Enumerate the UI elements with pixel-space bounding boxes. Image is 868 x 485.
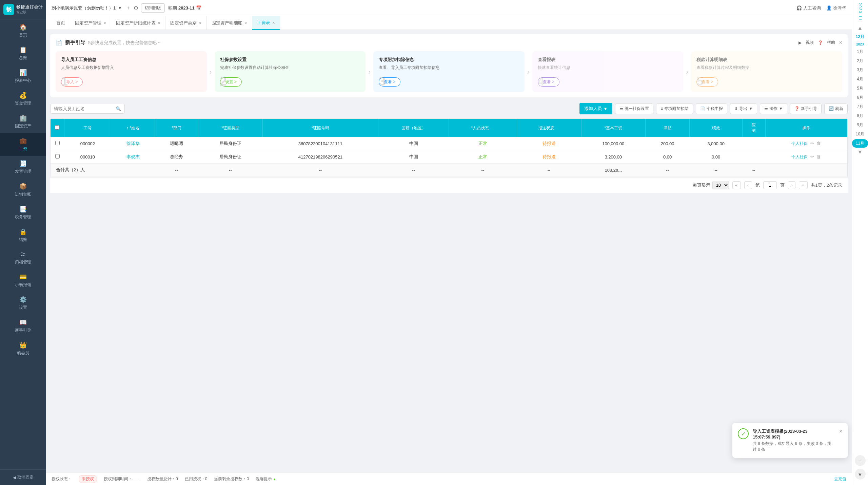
tab-close-icon[interactable]: × xyxy=(272,20,275,25)
guide-video-link[interactable]: 视频 xyxy=(806,40,814,45)
summary-row: 合计共（2）人 -- -- -- -- -- -- 103,20... -- -… xyxy=(51,164,847,177)
sidebar-item-home[interactable]: 🏠 首页 xyxy=(0,19,46,42)
calendar-month[interactable]: 9月 xyxy=(852,121,868,129)
add-person-btn[interactable]: 添加人员 ▼ xyxy=(579,103,612,114)
last-page-btn[interactable]: » xyxy=(799,181,807,189)
sidebar-item-closing[interactable]: 🔒 结账 xyxy=(0,224,46,247)
guide-help-link[interactable]: 帮助 xyxy=(827,40,835,45)
sidebar-item-purchase-sales[interactable]: 📦 进销台账 xyxy=(0,179,46,201)
social-ins-btn[interactable]: ☰ 统一社保设置 xyxy=(615,104,653,114)
row-checkbox[interactable] xyxy=(55,154,60,158)
guide-doc-icon: 📄 xyxy=(56,39,62,46)
user-info[interactable]: 👤 徐泽华 xyxy=(826,5,846,11)
tab-salary[interactable]: 工资表 × xyxy=(252,16,280,30)
guide-refresh-btn[interactable]: ❓ 新手引导 xyxy=(790,104,822,114)
sidebar-item-archive[interactable]: 🗂 归档管理 xyxy=(0,247,46,269)
calendar-month[interactable]: 8月 xyxy=(852,112,868,120)
period-selector[interactable]: 账期 2023-11 📅 xyxy=(168,5,201,11)
sidebar-item-label: 畅会员 xyxy=(17,350,29,356)
sidebar-item-invoice[interactable]: 🧾 发票管理 xyxy=(0,156,46,179)
sidebar-item-settings[interactable]: ⚙️ 设置 xyxy=(0,292,46,315)
ops-btn[interactable]: ☰ 操作 ▼ xyxy=(760,104,787,114)
calendar-month[interactable]: 7月 xyxy=(852,102,868,111)
tab-asset-detail[interactable]: 固定资产明细账 × xyxy=(207,16,252,30)
social-ins-icon: ☰ xyxy=(619,106,623,111)
calendar-month[interactable]: 1月 xyxy=(852,48,868,56)
export-btn[interactable]: ⬇ 导出 ▼ xyxy=(730,104,757,114)
delete-icon[interactable]: 🗑 xyxy=(816,141,821,146)
sidebar-item-expense[interactable]: 💳 小畅报销 xyxy=(0,269,46,292)
charge-link[interactable]: 去充值 xyxy=(834,476,846,482)
td-base-salary: 3,200.00 xyxy=(581,150,645,164)
td-country: 中国 xyxy=(378,150,449,164)
tab-home[interactable]: 首页 xyxy=(52,16,70,30)
select-all-checkbox[interactable] xyxy=(55,125,59,130)
edit-icon[interactable]: ✏ xyxy=(810,141,814,146)
calendar-month[interactable]: 4月 xyxy=(852,75,868,83)
employee-name-link[interactable]: 李俊杰 xyxy=(126,154,140,159)
next-page-btn[interactable]: › xyxy=(788,181,795,189)
sidebar-item-reports[interactable]: 📊 报表中心 xyxy=(0,65,46,88)
expire-label: 授权到期时间：—— xyxy=(104,476,140,482)
calendar-icon-btn-1[interactable]: ↑ xyxy=(855,455,866,466)
calendar-month[interactable]: 10月 xyxy=(852,130,868,138)
sidebar-item-salary[interactable]: 💼 工资 xyxy=(0,133,46,156)
th-apply: 应测 xyxy=(742,119,765,137)
calendar-month[interactable]: 6月 xyxy=(852,93,868,102)
td-id-num: 360782200104131111 xyxy=(262,137,378,150)
calendar-down-nav[interactable]: ▼ xyxy=(856,148,864,156)
first-page-btn[interactable]: « xyxy=(732,181,741,189)
page-number-input[interactable] xyxy=(763,181,777,189)
guide-close-icon[interactable]: × xyxy=(839,40,842,46)
personal-social-ins-link[interactable]: 个人社保 xyxy=(791,154,808,159)
tab-label: 工资表 xyxy=(257,20,270,26)
tab-close-icon[interactable]: × xyxy=(244,21,247,25)
tab-close-icon[interactable]: × xyxy=(158,21,160,25)
special-deduct-btn[interactable]: ≡ 专项附加扣除 xyxy=(656,104,693,114)
sidebar-item-fixed-assets[interactable]: 🏢 固定资产 xyxy=(0,110,46,133)
salary-table: 工号 ↕ *姓名 *部门 *证照类型 *证照号码 国籍（地区） *人员状态 ▼ xyxy=(50,118,848,177)
calendar-month[interactable]: 3月 xyxy=(852,66,868,74)
sidebar-item-tax[interactable]: 📑 税务管理 xyxy=(0,201,46,224)
delete-icon[interactable]: 🗑 xyxy=(816,154,821,159)
sidebar-item-member[interactable]: 👑 畅会员 xyxy=(0,337,46,360)
tab-asset-category[interactable]: 固定资产类别 × xyxy=(165,16,206,30)
td-allowance: 200.00 xyxy=(645,137,689,150)
guide-step-2: 社保参数设置 完成社保参数设置自动计算社保公积金 设置 > 2 xyxy=(215,51,366,92)
th-performance: 绩效 xyxy=(690,119,743,137)
consult-btn[interactable]: 🎧 人工咨询 xyxy=(796,5,821,11)
td-ops: 个人社保 ✏ 🗑 xyxy=(765,137,847,150)
header-actions: ＋ ⚙ 切到旧版 xyxy=(125,3,165,13)
calendar-month[interactable]: 5月 xyxy=(852,84,868,93)
row-checkbox[interactable] xyxy=(55,141,60,145)
toast-close-btn[interactable]: × xyxy=(839,428,842,434)
add-account-icon[interactable]: ＋ xyxy=(125,4,131,12)
sidebar-item-guide[interactable]: 📖 新手引导 xyxy=(0,315,46,337)
employee-name-link[interactable]: 徐泽华 xyxy=(126,141,140,146)
settings-icon[interactable]: ⚙ xyxy=(134,5,138,11)
calendar-up-nav[interactable]: ▲ xyxy=(856,24,864,33)
sidebar-item-ledger[interactable]: 📋 总账 xyxy=(0,42,46,65)
tab-close-icon[interactable]: × xyxy=(103,21,106,25)
calendar-month[interactable]: 12月 xyxy=(852,33,868,41)
page-size-select[interactable]: 10 20 50 xyxy=(712,181,729,189)
tab-close-icon[interactable]: × xyxy=(199,21,201,25)
personal-social-ins-link[interactable]: 个人社保 xyxy=(791,141,808,146)
cancel-fixed-btn[interactable]: ◀ 取消固定 xyxy=(3,472,43,482)
sidebar: 畅 畅捷通好会计 专业版 🏠 首页 📋 总账 📊 报表中心 💰 资金管理 xyxy=(0,0,46,485)
toast-success-icon: ✓ xyxy=(738,428,749,439)
tab-depreciation[interactable]: 固定资产折旧统计表 × xyxy=(111,16,165,30)
switch-version-btn[interactable]: 切到旧版 xyxy=(141,3,165,13)
tab-fixed-assets[interactable]: 固定资产管理 × xyxy=(70,16,111,30)
search-input[interactable] xyxy=(54,106,114,111)
refresh-btn[interactable]: 🔄 刷新 xyxy=(824,104,848,114)
edit-icon[interactable]: ✏ xyxy=(810,154,814,159)
account-selector[interactable]: 刘小艳演示账套（勿删勿动！）1 ▼ xyxy=(52,5,122,11)
calendar-month-active[interactable]: 11月 xyxy=(852,139,868,148)
arrow-left-icon: ◀ xyxy=(13,475,16,480)
prev-page-btn[interactable]: ‹ xyxy=(744,181,752,189)
tax-report-btn[interactable]: 📄 个税申报 xyxy=(696,104,727,114)
calendar-icon-btn-2[interactable]: ★ xyxy=(855,469,866,480)
sidebar-item-funds[interactable]: 💰 资金管理 xyxy=(0,88,46,110)
calendar-month[interactable]: 2月 xyxy=(852,57,868,65)
